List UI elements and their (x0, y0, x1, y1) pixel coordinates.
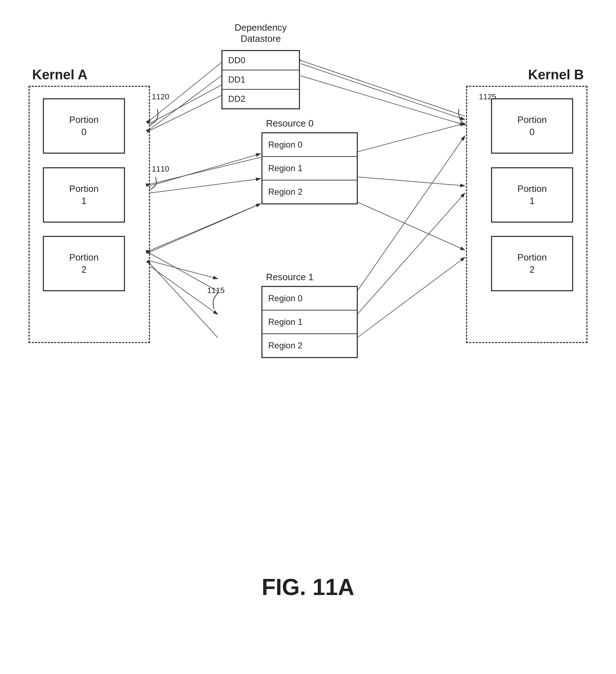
svg-line-9 (357, 123, 465, 152)
svg-line-16 (151, 76, 221, 129)
svg-line-18 (151, 204, 261, 250)
portion-a1: Portion1 (43, 167, 125, 223)
resource0-region2: Region 2 (262, 180, 357, 203)
portion-b1: Portion1 (491, 167, 573, 223)
dd2-row: DD2 (222, 90, 299, 108)
svg-line-12 (357, 136, 465, 291)
svg-line-5 (150, 179, 261, 193)
dependency-datastore-box: DD0 DD1 DD2 (221, 50, 300, 109)
figure-label: FIG. 11A (18, 574, 598, 600)
ref-1125: 1125 (479, 92, 496, 101)
svg-line-14 (357, 257, 465, 338)
ref-1120: 1120 (152, 92, 169, 101)
ref-1110: 1110 (152, 164, 169, 174)
resource1-region1: Region 1 (262, 311, 357, 334)
resource0-region0: Region 0 (262, 133, 357, 157)
svg-line-20 (151, 264, 218, 338)
svg-line-11 (357, 202, 465, 250)
dd0-row: DD0 (222, 51, 299, 70)
ref-1115: 1115 (207, 286, 225, 295)
svg-line-22 (301, 76, 465, 125)
svg-line-21 (301, 64, 465, 120)
kernel-a-label: Kernel A (32, 67, 87, 83)
resource0-label: Resource 0 (266, 118, 314, 129)
resource1-label: Resource 1 (266, 272, 314, 283)
resource1-box: Region 0 Region 1 Region 2 (261, 286, 358, 358)
resource1-region2: Region 2 (262, 334, 357, 357)
resource0-region1: Region 1 (262, 157, 357, 180)
svg-line-6 (150, 204, 261, 252)
diagram-container: Dependency Datastore DD0 DD1 DD2 1120 Ke… (18, 14, 598, 622)
resource0-box: Region 0 Region 1 Region 2 (261, 132, 358, 204)
dd1-row: DD1 (222, 70, 299, 90)
svg-line-10 (357, 177, 465, 186)
svg-line-13 (357, 193, 465, 314)
svg-line-7 (150, 261, 218, 279)
dependency-datastore-label: Dependency Datastore (223, 22, 298, 44)
portion-a0: Portion0 (43, 98, 125, 154)
kernel-b-label: Kernel B (528, 67, 584, 83)
svg-line-23 (301, 61, 465, 116)
resource1-region0: Region 0 (262, 287, 357, 311)
portion-b0: Portion0 (491, 98, 573, 154)
portion-a2: Portion2 (43, 236, 125, 291)
portion-b2: Portion2 (491, 236, 573, 291)
svg-line-15 (151, 63, 221, 120)
